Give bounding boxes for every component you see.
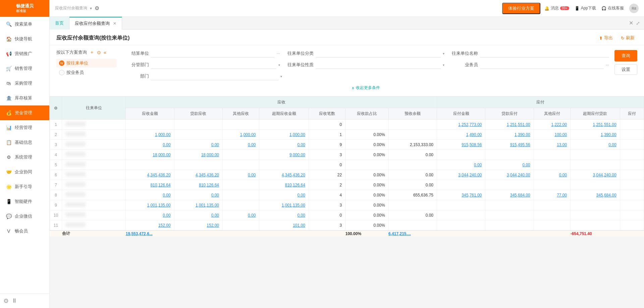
table-cell[interactable] — [571, 160, 620, 170]
export-button[interactable]: ⬆ 导出 — [596, 34, 615, 42]
table-cell[interactable] — [534, 220, 570, 231]
sidebar-item-basic[interactable]: 📋 基础信息 — [0, 135, 49, 150]
table-cell[interactable]: 0.00 — [126, 190, 174, 200]
table-cell[interactable]: 1,222.00 — [534, 120, 570, 130]
table-cell[interactable] — [223, 180, 259, 190]
table-cell[interactable] — [437, 220, 485, 231]
table-cell[interactable] — [223, 190, 259, 200]
table-cell[interactable]: 345,684.00 — [485, 190, 534, 200]
partner-category-chevron[interactable]: ▾ — [443, 52, 444, 55]
table-cell[interactable]: 1,000.00 — [223, 130, 259, 140]
table-cell[interactable]: 152.00 — [174, 220, 222, 231]
table-cell[interactable]: 0.00 — [437, 160, 485, 170]
refresh-button[interactable]: ↻ 刷新 — [618, 34, 637, 42]
table-cell[interactable] — [534, 150, 570, 160]
sidebar-item-corp[interactable]: 🤝 企业协同 — [0, 165, 49, 179]
table-cell[interactable] — [259, 160, 309, 170]
table-cell[interactable] — [485, 150, 534, 160]
table-cell[interactable] — [437, 200, 485, 210]
collapse-bottom-icon[interactable]: ⏸ — [11, 297, 17, 305]
partner-category-input[interactable] — [316, 49, 441, 57]
dept-manager-chevron[interactable]: ▾ — [278, 63, 280, 67]
sidebar-item-wechat[interactable]: 💬 企业微信 — [0, 209, 49, 224]
query-button[interactable]: 查询 — [614, 50, 637, 61]
sidebar-item-finance[interactable]: 💰 资金管理 — [0, 105, 49, 120]
table-cell[interactable] — [534, 180, 570, 190]
table-cell[interactable] — [485, 200, 534, 210]
table-cell[interactable]: 810,126.64 — [259, 180, 309, 190]
table-cell[interactable] — [223, 150, 259, 160]
table-cell[interactable]: 1,001,135.00 — [174, 200, 222, 210]
table-cell[interactable]: 1,000.00 — [126, 130, 174, 140]
table-cell[interactable]: 1,390.00 — [571, 130, 620, 140]
sidebar-item-marketing[interactable]: 📢 营销推广 — [0, 46, 49, 61]
table-cell[interactable] — [571, 220, 620, 231]
table-cell[interactable]: 0.00 — [485, 160, 534, 170]
table-cell[interactable]: 0.00 — [259, 190, 309, 200]
dept-chevron[interactable]: ▾ — [280, 75, 282, 78]
table-cell[interactable] — [223, 120, 259, 130]
table-cell[interactable] — [534, 200, 570, 210]
header-dropdown-icon[interactable]: ▾ — [90, 6, 92, 11]
dept-input[interactable] — [151, 72, 278, 80]
table-cell[interactable]: 1,251,551.00 — [485, 120, 534, 130]
table-cell[interactable] — [126, 120, 174, 130]
tab-ar-ap[interactable]: 应收应付余额查询 ✕ — [69, 17, 122, 30]
table-cell[interactable]: 4,345,436.20 — [259, 170, 309, 180]
table-cell[interactable]: 1,251,551.00 — [571, 120, 620, 130]
settings-scheme-icon[interactable]: ⊙ — [97, 50, 101, 55]
table-cell[interactable] — [223, 220, 259, 231]
settings-bottom-icon[interactable]: ⚙ — [3, 297, 9, 305]
table-cell[interactable]: 0.00 — [174, 140, 222, 150]
promo-button[interactable]: 体验行业方案 — [502, 3, 540, 14]
table-cell[interactable]: 1,001,135.00 — [126, 200, 174, 210]
footer-ar-amount[interactable]: 19,553,472,6... — [126, 230, 174, 236]
sidebar-item-guide[interactable]: 🌟 新手引导 — [0, 179, 49, 194]
table-cell[interactable]: 4,345,436.20 — [174, 170, 222, 180]
table-cell[interactable] — [534, 160, 570, 170]
table-cell[interactable]: 915,508.56 — [437, 140, 485, 150]
table-cell[interactable]: 810,126.64 — [126, 180, 174, 190]
table-cell[interactable] — [223, 200, 259, 210]
table-cell[interactable]: 810,126.64 — [174, 180, 222, 190]
table-cell[interactable]: 3,044,240.00 — [571, 170, 620, 180]
table-cell[interactable]: 152.00 — [126, 220, 174, 231]
table-cell[interactable]: 345,761.00 — [437, 190, 485, 200]
table-cell[interactable]: 915,495.56 — [485, 140, 534, 150]
table-cell[interactable] — [174, 160, 222, 170]
table-cell[interactable]: 0.00 — [174, 190, 222, 200]
sidebar-item-system[interactable]: ⚙ 系统管理 — [0, 150, 49, 165]
table-cell[interactable] — [437, 150, 485, 160]
table-cell[interactable]: 0.00 — [259, 210, 309, 220]
sidebar-item-quicknav[interactable]: 🏠 快捷导航 — [0, 32, 49, 46]
table-cell[interactable]: 77.00 — [534, 190, 570, 200]
table-cell[interactable] — [174, 120, 222, 130]
table-cell[interactable]: 345,684.00 — [571, 190, 620, 200]
sidebar-item-warehouse[interactable]: 🏦 库存核算 — [0, 91, 49, 105]
table-cell[interactable]: 9,000.00 — [259, 150, 309, 160]
table-cell[interactable] — [534, 210, 570, 220]
table-cell[interactable]: 0.00 — [223, 170, 259, 180]
table-cell[interactable] — [571, 150, 620, 160]
customer-service-action[interactable]: 🎧 在线客服 — [601, 5, 624, 11]
partner-nature-chevron[interactable]: ▾ — [443, 63, 444, 67]
table-cell[interactable]: 0.00 — [126, 210, 174, 220]
table-cell[interactable]: 1,490.00 — [437, 130, 485, 140]
table-cell[interactable] — [571, 200, 620, 210]
footer-ar-prepay[interactable]: 6,417,215.... — [388, 230, 437, 236]
sidebar-item-purchase[interactable]: 🛍 采购管理 — [0, 76, 49, 91]
table-cell[interactable]: 0.00 — [571, 140, 620, 150]
table-cell[interactable] — [126, 160, 174, 170]
collapse-bar[interactable]: ∧ 收起更多条件 — [122, 84, 609, 92]
table-cell[interactable]: 3,044,240.00 — [485, 170, 534, 180]
table-cell[interactable] — [174, 130, 222, 140]
table-cell[interactable]: 1,252,773.00 — [437, 120, 485, 130]
table-cell[interactable] — [223, 160, 259, 170]
table-cell[interactable]: 1,390.00 — [485, 130, 534, 140]
partner-nature-input[interactable] — [316, 61, 441, 69]
sidebar-item-hardware[interactable]: 📱 智能硬件 — [0, 194, 49, 209]
scheme-by-partner[interactable]: W 按往来单位 — [56, 59, 117, 68]
salesman-ellipsis[interactable]: ··· — [606, 62, 609, 67]
sidebar-item-operation[interactable]: 📊 经营管理 — [0, 120, 49, 135]
user-avatar[interactable]: Rit — [629, 4, 639, 13]
